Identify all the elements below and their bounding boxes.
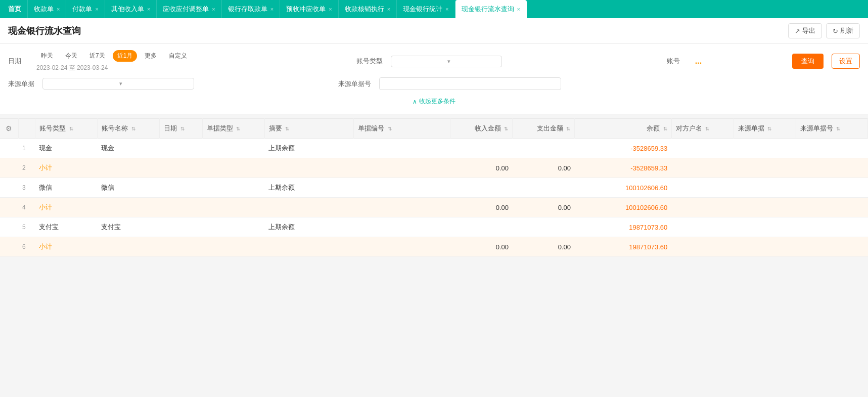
table-row[interactable]: 1 现金 现金 上期余额 -3528659.33 (0, 139, 868, 158)
sort-icon-source-doc: ⇅ (767, 126, 771, 131)
nav-cash-stats-close[interactable]: × (445, 6, 448, 12)
col-date[interactable]: 日期 ⇅ (159, 119, 202, 139)
nav-ar-ap-label: 应收应付调整单 (163, 5, 209, 14)
source-doc-arrow: ▾ (119, 80, 190, 87)
account-type-select[interactable]: ▾ (391, 56, 502, 67)
cell-date (159, 139, 202, 158)
cell-income (450, 178, 513, 198)
cell-account-name: 支付宝 (97, 217, 159, 237)
settings-button[interactable]: 设置 (832, 54, 860, 69)
col-source-doc-no[interactable]: 来源单据号 ⇅ (796, 119, 867, 139)
col-income[interactable]: 收入金额 ⇅ (450, 119, 513, 139)
cell-doc-no (354, 139, 450, 158)
nav-receipt[interactable]: 收款单 × (28, 0, 66, 18)
query-button[interactable]: 查询 (792, 54, 824, 69)
cell-account-type: 支付宝 (35, 217, 97, 237)
col-account-type[interactable]: 账号类型 ⇅ (35, 119, 97, 139)
date-btn-last7[interactable]: 近7天 (85, 50, 110, 62)
nav-receipt-label: 收款单 (34, 5, 54, 14)
nav-receipt-close[interactable]: × (57, 6, 60, 12)
date-options: 昨天 今天 近7天 近1月 更多 自定义 (36, 50, 192, 62)
collapse-up-icon: ∧ (413, 98, 417, 105)
cell-summary (264, 158, 354, 178)
cell-doc-type (202, 178, 264, 198)
col-summary[interactable]: 摘要 ⇅ (264, 119, 354, 139)
cell-expense: 0.00 (513, 198, 575, 217)
cell-settings (0, 158, 18, 178)
table-row[interactable]: 3 微信 微信 上期余额 100102606.60 (0, 178, 868, 198)
nav-ar-ap-close[interactable]: × (212, 6, 215, 12)
cell-balance: 19871073.60 (575, 237, 671, 257)
nav-ar-ap-adjust[interactable]: 应收应付调整单 × (157, 0, 221, 18)
nav-advance-receipt[interactable]: 预收冲应收单 × (280, 0, 338, 18)
nav-bank-deposit[interactable]: 银行存取款单 × (222, 0, 280, 18)
cell-account-type: 小计 (35, 237, 97, 257)
nav-other-income-close[interactable]: × (147, 6, 150, 12)
nav-home[interactable]: 首页 (2, 0, 28, 18)
nav-payment[interactable]: 付款单 × (66, 0, 105, 18)
cell-income: 0.00 (450, 198, 513, 217)
cell-doc-no (354, 178, 450, 198)
source-doc-num-input[interactable] (379, 77, 561, 90)
date-btn-last1m[interactable]: 近1月 (113, 50, 138, 62)
cell-counterparty (671, 198, 734, 217)
nav-cash-flow-close[interactable]: × (517, 6, 520, 12)
date-btn-more[interactable]: 更多 (140, 50, 161, 62)
table-header: ⚙ 账号类型 ⇅ 账号名称 ⇅ 日期 ⇅ 单据类型 ⇅ (0, 119, 868, 139)
nav-bank-deposit-label: 银行存取款单 (228, 5, 267, 14)
account-dots[interactable]: ... (695, 57, 702, 66)
cell-doc-type (202, 237, 264, 257)
col-account-name[interactable]: 账号名称 ⇅ (97, 119, 159, 139)
date-btn-today[interactable]: 今天 (61, 50, 82, 62)
cell-index: 6 (18, 237, 35, 257)
cell-source-doc-no (796, 158, 867, 178)
cell-expense: 0.00 (513, 237, 575, 257)
col-doc-type[interactable]: 单据类型 ⇅ (202, 119, 264, 139)
col-counterparty[interactable]: 对方户名 ⇅ (671, 119, 734, 139)
cell-account-type: 小计 (35, 198, 97, 217)
cell-index: 2 (18, 158, 35, 178)
nav-payment-close[interactable]: × (95, 6, 98, 12)
nav-receipt-verify-close[interactable]: × (387, 6, 390, 12)
nav-advance-receipt-close[interactable]: × (329, 6, 332, 12)
table-settings-gear[interactable]: ⚙ (6, 124, 12, 133)
nav-advance-receipt-label: 预收冲应收单 (286, 5, 326, 14)
cell-doc-type (202, 139, 264, 158)
col-source-doc[interactable]: 来源单据 ⇅ (734, 119, 796, 139)
table-row[interactable]: 5 支付宝 支付宝 上期余额 19871073.60 (0, 217, 868, 237)
cell-source-doc-no (796, 217, 867, 237)
table-row[interactable]: 2 小计 0.00 0.00 -3528659.33 (0, 158, 868, 178)
table-row[interactable]: 4 小计 0.00 0.00 100102606.60 (0, 198, 868, 217)
source-doc-select[interactable]: ▾ (42, 78, 194, 90)
table-row[interactable]: 6 小计 0.00 0.00 19871073.60 (0, 237, 868, 257)
account-type-arrow: ▾ (447, 58, 497, 65)
cell-settings (0, 217, 18, 237)
collapse-bar[interactable]: ∧ 收起更多条件 (8, 95, 860, 110)
cell-balance: -3528659.33 (575, 158, 671, 178)
cell-source-doc (734, 178, 796, 198)
cell-counterparty (671, 139, 734, 158)
export-button[interactable]: ↗ 导出 (788, 23, 822, 38)
collapse-label: 收起更多条件 (419, 97, 455, 106)
sort-icon-source-doc-no: ⇅ (836, 126, 840, 131)
filter-area: 日期 昨天 今天 近7天 近1月 更多 自定义 2023-02-24 至 202… (0, 44, 868, 114)
nav-cash-stats[interactable]: 现金银行统计 × (397, 0, 455, 18)
nav-receipt-verify[interactable]: 收款核销执行 × (339, 0, 397, 18)
nav-bank-deposit-close[interactable]: × (270, 6, 273, 12)
nav-cash-flow-query[interactable]: 现金银行流水查询 × (455, 0, 527, 18)
cell-index: 4 (18, 198, 35, 217)
col-expense[interactable]: 支出金额 ⇅ (513, 119, 575, 139)
cell-date (159, 217, 202, 237)
cell-source-doc-no (796, 178, 867, 198)
col-balance[interactable]: 余额 ⇅ (575, 119, 671, 139)
date-btn-yesterday[interactable]: 昨天 (36, 50, 58, 62)
nav-other-income[interactable]: 其他收入单 × (105, 0, 157, 18)
page-title: 现金银行流水查询 (8, 25, 81, 37)
col-doc-no[interactable]: 单据编号 ⇅ (354, 119, 450, 139)
date-btn-custom[interactable]: 自定义 (164, 50, 192, 62)
cell-doc-no (354, 237, 450, 257)
cell-income: 0.00 (450, 237, 513, 257)
sort-icon-date: ⇅ (180, 126, 185, 131)
refresh-button[interactable]: ↻ 刷新 (826, 23, 860, 38)
refresh-icon: ↻ (833, 27, 838, 35)
